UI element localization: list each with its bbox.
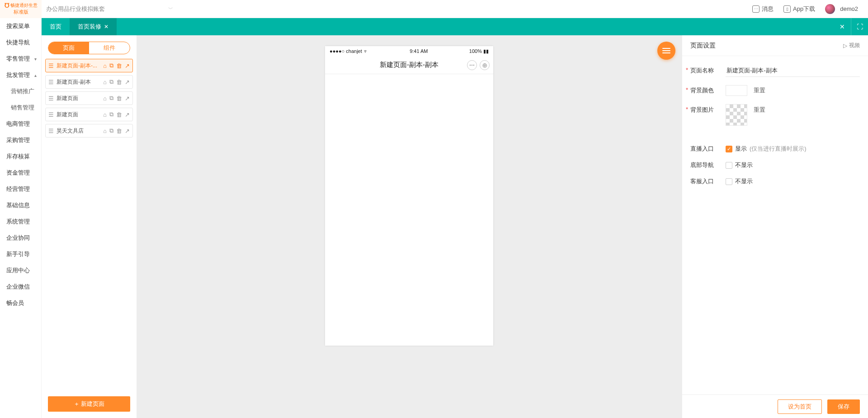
save-button[interactable]: 保存 — [827, 399, 860, 414]
chat-icon: ⋯ — [752, 5, 760, 13]
home-icon[interactable]: ⌂ — [103, 111, 107, 118]
miniprogram-menu-icon[interactable]: ⋯ — [467, 60, 477, 70]
drag-icon[interactable]: ☰ — [48, 128, 54, 134]
sidebar-item[interactable]: 批发管理▴ — [0, 67, 41, 83]
topbar: ℧畅捷通好生意 标准版 办公用品行业模拟账套 ﹀ ⋯ 消息 ▯ App下载 de… — [0, 0, 868, 18]
sidebar-item[interactable]: 新手引导 — [0, 246, 41, 262]
delete-icon[interactable]: 🗑 — [116, 111, 122, 118]
tab[interactable]: 首页装修✕ — [70, 18, 117, 35]
input-page-name[interactable] — [726, 64, 860, 77]
page-list-panel: 页面 组件 ☰新建页面-副本-...⌂⧉🗑↗☰新建页面-副本⌂⧉🗑↗☰新建页面⌂… — [42, 35, 137, 418]
logo[interactable]: ℧畅捷通好生意 标准版 — [0, 0, 42, 18]
page-row[interactable]: ☰昊天文具店⌂⧉🗑↗ — [45, 124, 133, 138]
checkbox-bottom-nav[interactable] — [726, 162, 732, 169]
page-row[interactable]: ☰新建页面-副本-...⌂⧉🗑↗ — [45, 59, 133, 72]
account-selector[interactable]: 办公用品行业模拟账套 ﹀ — [46, 5, 173, 13]
tab[interactable]: 首页 — [42, 18, 70, 35]
sidebar-item[interactable]: 企业微信 — [0, 279, 41, 295]
copy-icon[interactable]: ⧉ — [109, 127, 113, 134]
phone-statusbar: ●●●●○ chanjet ᯤ 9:41 AM 100% ▮▮ — [325, 46, 493, 56]
video-help-link[interactable]: ▷ 视频 — [843, 42, 860, 49]
sidebar-item[interactable]: 营销推广 — [0, 83, 41, 100]
messages-link[interactable]: ⋯ 消息 — [752, 5, 774, 13]
page-row[interactable]: ☰新建页面⌂⧉🗑↗ — [45, 91, 133, 105]
phone-title: 新建页面-副本-副本 — [380, 61, 439, 69]
share-icon[interactable]: ↗ — [125, 79, 130, 86]
drag-icon[interactable]: ☰ — [48, 79, 54, 86]
phone-title-bar: 新建页面-副本-副本 ⋯ ◎ — [325, 56, 493, 74]
caret-icon: ▾ — [34, 57, 37, 62]
segment-page[interactable]: 页面 — [48, 42, 89, 54]
delete-icon[interactable]: 🗑 — [116, 95, 122, 102]
sidebar-item[interactable]: 快捷导航 — [0, 34, 41, 51]
drag-icon[interactable]: ☰ — [48, 62, 54, 69]
copy-icon[interactable]: ⧉ — [109, 95, 113, 102]
username: demo2 — [840, 5, 858, 12]
share-icon[interactable]: ↗ — [125, 111, 130, 118]
sidebar-item[interactable]: 电商管理 — [0, 116, 41, 132]
checkbox-live-label: 显示 — [735, 145, 747, 153]
logo-edition: 标准版 — [14, 9, 28, 15]
checkbox-live[interactable]: ✓ — [726, 146, 732, 152]
sidebar-item[interactable]: 经营管理 — [0, 181, 41, 197]
miniprogram-target-icon[interactable]: ◎ — [480, 60, 490, 70]
fullscreen-toggle[interactable]: ⛶ — [851, 18, 868, 35]
sidebar-item[interactable]: 采购管理 — [0, 132, 41, 148]
share-icon[interactable]: ↗ — [125, 62, 130, 69]
page-name: 新建页面 — [57, 111, 100, 119]
copy-icon[interactable]: ⧉ — [109, 111, 113, 118]
sidebar: 搜索菜单快捷导航零售管理▾批发管理▴营销推广销售管理电商管理采购管理库存核算资金… — [0, 18, 42, 418]
checkbox-service[interactable] — [726, 178, 732, 185]
drag-icon[interactable]: ☰ — [48, 95, 54, 102]
avatar — [825, 4, 835, 14]
sidebar-item[interactable]: 搜索菜单 — [0, 18, 41, 34]
copy-icon[interactable]: ⧉ — [109, 62, 113, 69]
drag-icon[interactable]: ☰ — [48, 111, 54, 118]
reset-bg-color[interactable]: 重置 — [754, 86, 765, 95]
delete-icon[interactable]: 🗑 — [116, 62, 122, 69]
share-icon[interactable]: ↗ — [125, 128, 130, 134]
segment-component[interactable]: 组件 — [89, 42, 130, 54]
sidebar-item[interactable]: 应用中心 — [0, 262, 41, 279]
reset-bg-image[interactable]: 重置 — [754, 104, 765, 114]
app-download-link[interactable]: ▯ App下载 — [783, 5, 815, 13]
home-icon[interactable]: ⌂ — [103, 62, 107, 69]
sidebar-item[interactable]: 零售管理▾ — [0, 51, 41, 67]
user-menu[interactable]: demo2 — [825, 4, 858, 14]
label-bg-image: 背景图片 — [690, 104, 726, 114]
page-name: 新建页面 — [57, 95, 100, 102]
live-hint: (仅当进行直播时展示) — [750, 145, 807, 153]
home-icon[interactable]: ⌂ — [103, 95, 107, 102]
account-label: 办公用品行业模拟账套 — [46, 5, 105, 13]
close-all-tabs[interactable]: ✕ — [834, 18, 851, 35]
sidebar-item[interactable]: 销售管理 — [0, 100, 41, 116]
sidebar-item[interactable]: 库存核算 — [0, 148, 41, 165]
caret-icon: ▴ — [34, 73, 37, 78]
page-row[interactable]: ☰新建页面⌂⧉🗑↗ — [45, 108, 133, 121]
checkbox-service-label: 不显示 — [735, 177, 753, 185]
page-row[interactable]: ☰新建页面-副本⌂⧉🗑↗ — [45, 75, 133, 89]
sidebar-item[interactable]: 畅会员 — [0, 295, 41, 311]
label-bottom-nav: 底部导航 — [690, 161, 726, 169]
settings-panel: 页面设置 ▷ 视频 页面名称 背景颜色 重置 背景图片 — [682, 35, 868, 418]
new-page-button[interactable]: ＋ 新建页面 — [48, 396, 130, 412]
sidebar-item[interactable]: 资金管理 — [0, 165, 41, 181]
page-component-segment: 页面 组件 — [48, 42, 130, 54]
close-icon[interactable]: ✕ — [104, 24, 108, 30]
page-name: 昊天文具店 — [57, 127, 100, 135]
delete-icon[interactable]: 🗑 — [116, 79, 122, 86]
copy-icon[interactable]: ⧉ — [109, 78, 113, 86]
home-icon[interactable]: ⌂ — [103, 128, 107, 134]
share-icon[interactable]: ↗ — [125, 95, 130, 102]
bg-color-swatch[interactable] — [726, 85, 747, 96]
phone-carrier: ●●●●○ chanjet ᯤ — [330, 48, 368, 54]
sidebar-item[interactable]: 企业协同 — [0, 230, 41, 246]
bg-image-picker[interactable] — [726, 104, 747, 126]
label-service-entry: 客服入口 — [690, 177, 726, 185]
home-icon[interactable]: ⌂ — [103, 79, 107, 86]
sidebar-item[interactable]: 系统管理 — [0, 214, 41, 230]
delete-icon[interactable]: 🗑 — [116, 128, 122, 134]
sidebar-item[interactable]: 基础信息 — [0, 197, 41, 214]
set-home-button[interactable]: 设为首页 — [778, 399, 822, 414]
component-drawer-toggle[interactable] — [657, 42, 675, 60]
